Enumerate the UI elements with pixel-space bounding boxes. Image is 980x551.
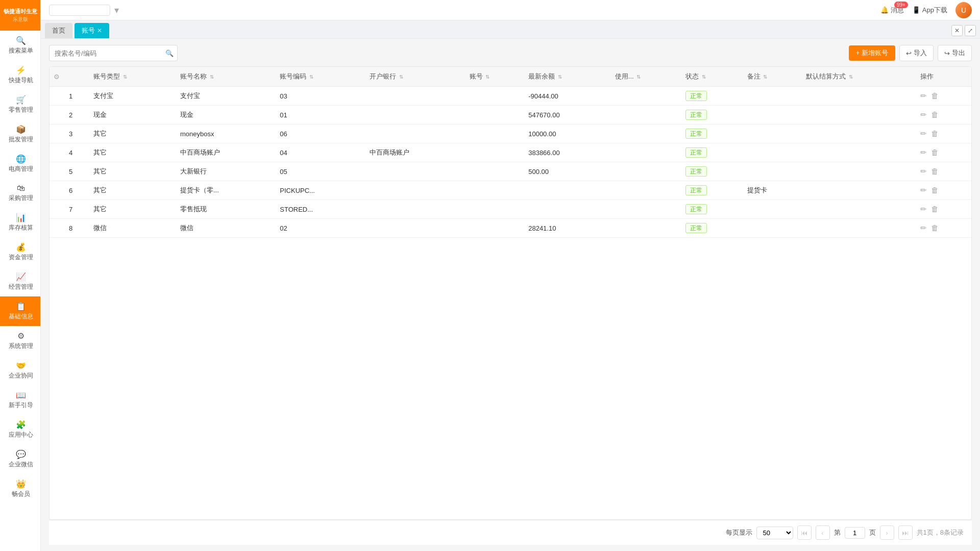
td-balance-5: 500.00 [524, 162, 611, 181]
th-account-name[interactable]: 账号名称 ⇅ [176, 67, 276, 87]
tab-close-account[interactable]: ✕ [97, 27, 102, 34]
page-size-select[interactable]: 50 100 200 [756, 527, 793, 539]
sidebar-item-new-guide[interactable]: 📖新手引导 [0, 385, 40, 415]
nav-icon-purchase-mgmt: 🛍 [17, 184, 25, 193]
tab-account[interactable]: 账号✕ [75, 23, 109, 38]
maximize-button[interactable]: ⤢ [965, 25, 976, 36]
td-usage-5 [611, 162, 681, 181]
th-account-type[interactable]: 账号类型 ⇅ [89, 67, 176, 87]
td-action-1: ✏ 🗑 [916, 87, 971, 106]
search-button[interactable]: 🔍 [161, 45, 178, 61]
td-account-no-1 [465, 87, 525, 106]
nav-icon-retail-mgmt: 🛒 [16, 95, 26, 105]
delete-icon-4[interactable]: 🗑 [931, 148, 939, 157]
edit-icon-3[interactable]: ✏ [920, 129, 927, 138]
td-usage-2 [611, 106, 681, 124]
td-account-no-8 [465, 219, 525, 238]
td-default-payment-2 [802, 106, 916, 124]
th-latest-balance[interactable]: 最新余额 ⇅ [524, 67, 611, 87]
edit-icon-6[interactable]: ✏ [920, 186, 927, 195]
td-default-payment-8 [802, 219, 916, 238]
sidebar-item-purchase-mgmt[interactable]: 🛍采购管理 [0, 179, 40, 208]
td-account-name-3: moneybosx [176, 124, 276, 143]
header-dropdown-icon[interactable]: ▾ [114, 5, 119, 16]
prev-page-button[interactable]: ‹ [816, 525, 830, 540]
td-note-5 [743, 162, 802, 181]
td-bank-7 [365, 200, 465, 219]
td-account-code-7: STORED... [276, 200, 365, 219]
content-area: 🔍 + 新增账号 ↩ 导入 ↪ 导出 [41, 39, 980, 551]
sidebar-item-enterprise-agr[interactable]: 🤝企业协同 [0, 356, 40, 385]
th-bank[interactable]: 开户银行 ⇅ [365, 67, 465, 87]
next-page-button[interactable]: › [880, 525, 894, 540]
accounts-table-container: ⚙ 账号类型 ⇅ 账号名称 ⇅ 账号编码 ⇅ 开户银行 ⇅ 账号 ⇅ 最新余额 … [49, 66, 972, 520]
edit-icon-1[interactable]: ✏ [920, 91, 927, 101]
search-input[interactable] [49, 45, 161, 61]
nav-label-wholesale-mgmt: 批发管理 [9, 135, 33, 144]
sidebar-item-system-mgmt[interactable]: ⚙系统管理 [0, 326, 40, 356]
sidebar-item-fund-mgmt[interactable]: 💰资金管理 [0, 237, 40, 267]
message-button[interactable]: 🔔 消息 99+ [880, 6, 904, 15]
edit-icon-7[interactable]: ✏ [920, 205, 927, 214]
delete-icon-8[interactable]: 🗑 [931, 223, 939, 233]
delete-icon-1[interactable]: 🗑 [931, 91, 939, 101]
td-account-code-8: 02 [276, 219, 365, 238]
sidebar-item-vip-member[interactable]: 👑畅会员 [0, 474, 40, 504]
nav-icon-inventory-check: 📊 [16, 213, 26, 222]
delete-icon-3[interactable]: 🗑 [931, 129, 939, 138]
import-button[interactable]: ↩ 导入 [899, 45, 934, 61]
sidebar-item-basic-info[interactable]: 📋基础信息 [0, 296, 40, 326]
th-usage[interactable]: 使用... ⇅ [611, 67, 681, 87]
delete-icon-2[interactable]: 🗑 [931, 110, 939, 119]
delete-icon-6[interactable]: 🗑 [931, 186, 939, 195]
td-bank-8 [365, 219, 465, 238]
th-note[interactable]: 备注 ⇅ [743, 67, 802, 87]
logo-sub: 乐意版 [13, 16, 28, 23]
th-account-code[interactable]: 账号编码 ⇅ [276, 67, 365, 87]
last-page-button[interactable]: ⏭ [898, 525, 913, 540]
td-account-type-1: 支付宝 [89, 87, 176, 106]
avatar[interactable]: U [955, 2, 972, 18]
sidebar-item-retail-mgmt[interactable]: 🛒零售管理 [0, 90, 40, 119]
header-search-input[interactable] [49, 5, 110, 16]
edit-icon-5[interactable]: ✏ [920, 167, 927, 176]
sidebar-item-search-menu[interactable]: 🔍搜索菜单 [0, 31, 40, 60]
sidebar-item-business-mgmt[interactable]: 📈经营管理 [0, 267, 40, 296]
close-tab-button[interactable]: ✕ [951, 25, 963, 36]
edit-icon-4[interactable]: ✏ [920, 148, 927, 157]
td-action-8: ✏ 🗑 [916, 219, 971, 238]
th-default-payment[interactable]: 默认结算方式 ⇅ [802, 67, 916, 87]
add-account-button[interactable]: + 新增账号 [849, 45, 895, 61]
tab-home[interactable]: 首页 [45, 23, 72, 38]
export-icon: ↪ [944, 49, 950, 57]
sidebar-item-ecommerce-mgmt[interactable]: 🌐电商管理 [0, 149, 40, 179]
nav-label-enterprise-wechat: 企业微信 [9, 460, 33, 469]
sidebar-item-app-center[interactable]: 🧩应用中心 [0, 415, 40, 444]
th-account-no[interactable]: 账号 ⇅ [465, 67, 525, 87]
edit-icon-8[interactable]: ✏ [920, 223, 927, 233]
sidebar-item-inventory-check[interactable]: 📊库存核算 [0, 208, 40, 237]
column-settings-icon[interactable]: ⚙ [54, 73, 60, 81]
th-action: 操作 [916, 67, 971, 87]
first-page-button[interactable]: ⏮ [797, 525, 812, 540]
logo-text: 畅捷通时生意 [4, 8, 37, 15]
nav-label-system-mgmt: 系统管理 [9, 342, 33, 350]
delete-icon-7[interactable]: 🗑 [931, 205, 939, 214]
td-index-7: 7 [65, 200, 89, 219]
total-info: 共1页，8条记录 [917, 528, 964, 537]
edit-icon-2[interactable]: ✏ [920, 110, 927, 119]
current-page-input[interactable] [845, 527, 865, 539]
td-bank-2 [365, 106, 465, 124]
sidebar-item-enterprise-wechat[interactable]: 💬企业微信 [0, 444, 40, 474]
td-usage-4 [611, 143, 681, 162]
td-index-2: 2 [65, 106, 89, 124]
delete-icon-5[interactable]: 🗑 [931, 167, 939, 176]
message-badge: 99+ [894, 2, 908, 8]
sidebar-item-quick-nav[interactable]: ⚡快捷导航 [0, 60, 40, 90]
sidebar-item-wholesale-mgmt[interactable]: 📦批发管理 [0, 119, 40, 149]
add-icon: + 新增账号 [856, 48, 888, 58]
th-status[interactable]: 状态 ⇅ [681, 67, 743, 87]
td-action-3: ✏ 🗑 [916, 124, 971, 143]
export-button[interactable]: ↪ 导出 [938, 45, 972, 61]
app-download-button[interactable]: 📱 App下载 [912, 6, 947, 15]
